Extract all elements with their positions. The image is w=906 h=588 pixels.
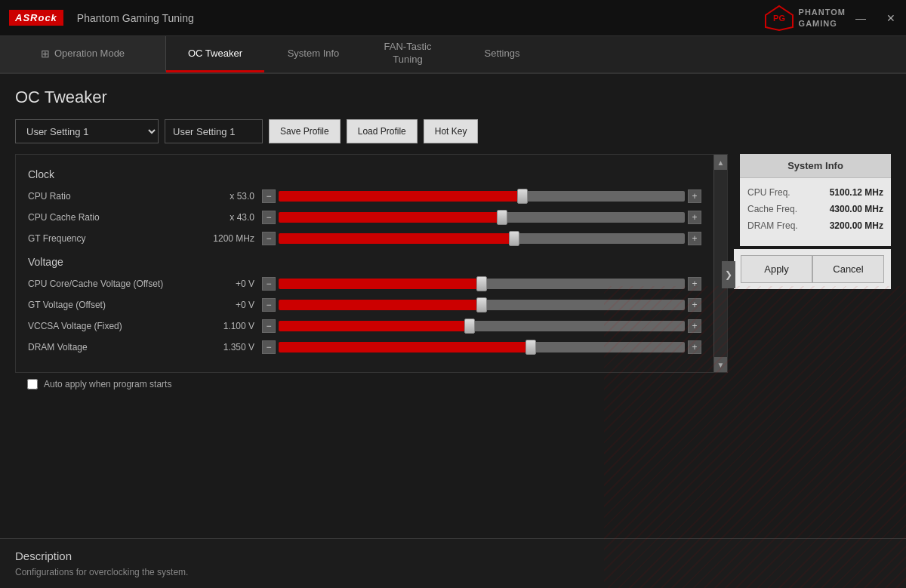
vccsa-voltage-track[interactable] (279, 321, 685, 331)
cpu-cache-ratio-decrement[interactable]: − (262, 211, 276, 224)
gt-voltage-increment[interactable]: + (688, 298, 701, 312)
scrollbar-up-button[interactable]: ▲ (714, 155, 727, 170)
titlebar: ASRock Phantom Gaming Tuning PG PHANTOM … (0, 0, 906, 36)
phantom-gaming-icon: PG (764, 5, 794, 32)
svg-text:PG: PG (773, 14, 785, 23)
gt-frequency-increment[interactable]: + (688, 232, 701, 245)
window-controls: — ✕ (846, 0, 906, 36)
profile-select[interactable]: User Setting 1 User Setting 2 User Setti… (15, 119, 159, 143)
cpu-cache-ratio-track[interactable] (279, 212, 685, 223)
logo-area: ASRock Phantom Gaming Tuning (9, 10, 194, 26)
cpu-core-voltage-value: +0 V (202, 279, 262, 289)
cpu-core-voltage-track[interactable] (279, 279, 685, 289)
cpu-ratio-value: x 53.0 (202, 191, 262, 202)
apply-button[interactable]: Apply (741, 255, 812, 283)
dram-voltage-row: DRAM Voltage 1.350 V − + (28, 340, 701, 354)
gt-frequency-track[interactable] (279, 233, 685, 244)
gt-voltage-label: GT Voltage (Offset) (28, 300, 202, 310)
cpu-cache-ratio-thumb[interactable] (497, 210, 507, 225)
dram-freq-value: 3200.00 MHz (830, 220, 883, 231)
cpu-core-voltage-increment[interactable]: + (688, 277, 701, 291)
cpu-freq-label: CPU Freq. (747, 187, 790, 198)
cpu-ratio-increment[interactable]: + (688, 189, 701, 203)
gt-frequency-slider-container: − + (262, 232, 701, 245)
cpu-freq-row: CPU Freq. 5100.12 MHz (747, 187, 883, 198)
cpu-core-voltage-decrement[interactable]: − (262, 277, 276, 291)
settings-scroll[interactable]: Clock CPU Ratio x 53.0 − + (16, 155, 713, 372)
tab-operation-mode[interactable]: Operation Mode (0, 36, 166, 72)
cpu-ratio-track[interactable] (279, 191, 685, 202)
vccsa-voltage-row: VCCSA Voltage (Fixed) 1.100 V − + (28, 319, 701, 333)
settings-container: Clock CPU Ratio x 53.0 − + (15, 154, 728, 396)
action-buttons: Apply Cancel (734, 249, 891, 289)
dram-voltage-slider-container: − + (262, 340, 701, 354)
clock-section-title: Clock (28, 168, 701, 180)
system-info-title: System Info (740, 154, 891, 178)
right-sidebar: ❯ System Info CPU Freq. 5100.12 MHz Cach… (734, 154, 891, 396)
dram-voltage-track[interactable] (279, 342, 685, 352)
pg-brand-text: PHANTOM GAMING (799, 7, 846, 29)
gt-voltage-track[interactable] (279, 300, 685, 310)
cpu-cache-ratio-row: CPU Cache Ratio x 43.0 − + (28, 211, 701, 224)
cpu-ratio-slider-container: − + (262, 189, 701, 203)
cpu-cache-ratio-increment[interactable]: + (688, 211, 701, 224)
tab-settings[interactable]: Settings (453, 36, 551, 72)
app-title: Phantom Gaming Tuning (77, 12, 194, 24)
cpu-core-voltage-slider-container: − + (262, 277, 701, 291)
settings-panel: Clock CPU Ratio x 53.0 − + (15, 154, 728, 373)
cache-freq-row: Cache Freq. 4300.00 MHz (747, 204, 883, 214)
profile-name-input[interactable] (165, 119, 263, 143)
dram-voltage-decrement[interactable]: − (262, 340, 276, 354)
gt-voltage-row: GT Voltage (Offset) +0 V − + (28, 298, 701, 312)
minimize-button[interactable]: — (846, 0, 876, 36)
auto-apply-checkbox[interactable] (27, 379, 38, 389)
tab-system-info[interactable]: System Info (264, 36, 362, 72)
dram-voltage-increment[interactable]: + (688, 340, 701, 354)
gt-frequency-thumb[interactable] (509, 231, 519, 246)
collapse-button[interactable]: ❯ (722, 261, 735, 288)
load-profile-button[interactable]: Load Profile (347, 119, 418, 143)
system-info-body: CPU Freq. 5100.12 MHz Cache Freq. 4300.0… (740, 178, 891, 246)
cpu-ratio-row: CPU Ratio x 53.0 − + (28, 189, 701, 203)
cpu-cache-ratio-slider-container: − + (262, 211, 701, 224)
cpu-cache-ratio-label: CPU Cache Ratio (28, 212, 202, 223)
clock-section: Clock CPU Ratio x 53.0 − + (28, 168, 701, 245)
cache-freq-label: Cache Freq. (747, 204, 797, 214)
vccsa-voltage-increment[interactable]: + (688, 319, 701, 333)
dram-voltage-thumb[interactable] (525, 340, 536, 355)
cpu-core-voltage-thumb[interactable] (476, 276, 487, 291)
main-content: OC Tweaker User Setting 1 User Setting 2… (0, 74, 906, 396)
cpu-ratio-thumb[interactable] (517, 189, 528, 204)
voltage-section-title: Voltage (28, 256, 701, 268)
cpu-core-voltage-label: CPU Core/Cache Voltage (Offset) (28, 279, 202, 289)
vccsa-voltage-label: VCCSA Voltage (Fixed) (28, 321, 202, 331)
gt-voltage-slider-container: − + (262, 298, 701, 312)
cpu-cache-ratio-value: x 43.0 (202, 212, 262, 223)
vccsa-voltage-decrement[interactable]: − (262, 319, 276, 333)
system-info-panel: System Info CPU Freq. 5100.12 MHz Cache … (740, 154, 891, 246)
cpu-ratio-decrement[interactable]: − (262, 189, 276, 203)
cancel-button[interactable]: Cancel (812, 255, 884, 283)
cpu-core-voltage-row: CPU Core/Cache Voltage (Offset) +0 V − + (28, 277, 701, 291)
description-title: Description (15, 550, 891, 562)
vccsa-voltage-value: 1.100 V (202, 321, 262, 331)
phantom-gaming-logo: PG PHANTOM GAMING (764, 5, 846, 32)
navbar: Operation Mode OC Tweaker System Info FA… (0, 36, 906, 74)
gt-voltage-decrement[interactable]: − (262, 298, 276, 312)
hotkey-button[interactable]: Hot Key (424, 119, 479, 143)
gt-voltage-thumb[interactable] (476, 297, 487, 312)
vccsa-voltage-thumb[interactable] (464, 319, 475, 334)
gt-frequency-decrement[interactable]: − (262, 232, 276, 245)
dram-voltage-label: DRAM Voltage (28, 342, 202, 352)
close-button[interactable]: ✕ (876, 0, 906, 36)
scrollbar-down-button[interactable]: ▼ (714, 357, 727, 372)
tab-label: FAN-TasticTuning (384, 41, 432, 66)
description-section: Description Configurations for overclock… (0, 538, 906, 588)
save-profile-button[interactable]: Save Profile (269, 119, 341, 143)
gt-frequency-value: 1200 MHz (202, 233, 262, 244)
page-title: OC Tweaker (15, 88, 891, 107)
tab-label: System Info (288, 48, 340, 59)
grid-icon (41, 48, 54, 60)
tab-oc-tweaker[interactable]: OC Tweaker (166, 36, 264, 72)
tab-fan-tastic[interactable]: FAN-TasticTuning (362, 36, 453, 72)
